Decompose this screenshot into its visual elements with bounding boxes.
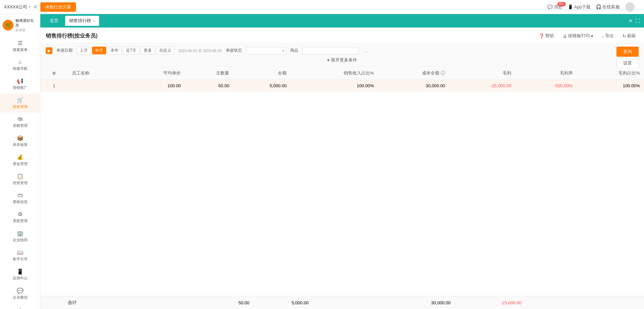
sidebar-item-search-order[interactable]: ☰ 搜索菜单: [0, 37, 40, 56]
date-filter-group: 上月 本月 本年 近7天 更多 自定义: [77, 47, 174, 54]
sidebar-item-inventory[interactable]: 📦 库存核算: [0, 132, 40, 151]
expand-label: 展开更多条件: [331, 57, 357, 63]
sidebar-item-operations[interactable]: 📋 经营管理: [0, 170, 40, 189]
sidebar-item-label-search: 搜索菜单: [13, 47, 28, 52]
sidebar-item-member[interactable]: ◇ 畅会员: [0, 303, 40, 309]
logo-text: 畅康通好生意: [15, 18, 37, 28]
status-select[interactable]: [246, 47, 286, 54]
export-button[interactable]: ↓ 导出: [599, 32, 617, 40]
tab-close-button[interactable]: ✕: [629, 18, 633, 23]
footer-amount: 5,000.00: [253, 296, 312, 309]
col-cost: 成本全额 ⓘ: [378, 67, 449, 80]
sidebar-item-label-sales: 销售管理: [13, 104, 28, 109]
company-name: XXXXX公司: [4, 4, 27, 10]
sidebar-item-purchase[interactable]: 🛍 采购管理: [0, 113, 40, 132]
top-bar: XXXXX公司 ▾ ⚙ 体验行业方案 💬 消息 99+ 📱 App下载 🎧 在线…: [0, 0, 644, 14]
print-icon: 🖨: [563, 34, 567, 39]
app-label: App下载: [574, 4, 591, 10]
sidebar-item-sales[interactable]: 🛒 销售管理: [0, 94, 40, 113]
custom-date-button[interactable]: 自定义: [156, 47, 174, 54]
footer-cost: 30,000.00: [384, 296, 455, 309]
tab-bar: 首页 销售排行榜 × ✕ ⛶: [40, 14, 644, 28]
sidebar-item-system[interactable]: ⚙ 系统管理: [0, 208, 40, 227]
company-selector[interactable]: XXXXX公司 ▾: [4, 4, 30, 10]
service-icon: 🎧: [596, 4, 601, 9]
goods-filter-label: 商品: [290, 48, 298, 53]
col-name: 员工名称: [68, 67, 126, 80]
sidebar-item-label-appcenter: 应用中心: [13, 276, 28, 281]
goods-more-button[interactable]: ...: [363, 48, 370, 53]
settings-icon[interactable]: ⚙: [34, 4, 38, 9]
date-filter-label: 单据日期: [56, 48, 73, 53]
message-button[interactable]: 💬 消息 99+: [547, 4, 562, 10]
table-body: 1 100.00 50.00 5,000.00 100.00% 30,000.0…: [40, 80, 644, 92]
tab-restore-button[interactable]: ⛶: [635, 18, 640, 23]
footer-table: 合计 50.00 5,000.00 30,000.00 -25,000.00: [40, 296, 644, 309]
date-range-display: 2023-06-01 至 2023-06-30: [178, 48, 222, 53]
cell-gross-rate: -500.00%: [515, 80, 576, 92]
col-avg-price: 平均单价: [126, 67, 185, 80]
sidebar-item-marketing[interactable]: 📢 营销推广: [0, 74, 40, 94]
sidebar-item-wechat[interactable]: 💬 企业微信: [0, 284, 40, 303]
last7days-button[interactable]: 近7天: [123, 47, 139, 54]
query-button[interactable]: 查询: [616, 47, 639, 57]
last-month-button[interactable]: 上月: [77, 47, 91, 54]
current-year-button[interactable]: 本年: [108, 47, 122, 54]
finance-icon: 💰: [17, 154, 24, 160]
expand-conditions-button[interactable]: ▾ 展开更多条件: [327, 57, 357, 63]
cell-name: [68, 80, 126, 92]
col-settings[interactable]: ⚙: [40, 67, 68, 80]
tab-close-icon[interactable]: ×: [93, 19, 95, 23]
filter-section: ▶ 单据日期 上月 本月 本年 近7天 更多 自定义 2023-06-01 至 …: [40, 43, 644, 67]
filter-row-1: ▶ 单据日期 上月 本月 本年 近7天 更多 自定义 2023-06-01 至 …: [46, 47, 639, 54]
current-month-button[interactable]: 本月: [92, 47, 106, 54]
help-button[interactable]: ❓ 帮助: [536, 32, 557, 40]
sidebar-item-finance[interactable]: 💰 资金管理: [0, 151, 40, 170]
avatar[interactable]: [625, 2, 635, 12]
sidebar-item-label-system: 系统管理: [13, 218, 28, 223]
page-title: 销售排行榜(按业务员): [46, 33, 98, 40]
sidebar-item-label-ops: 经营管理: [13, 181, 28, 186]
footer-total-label: 合计: [64, 296, 135, 309]
sidebar-item-label-basic: 基础信息: [13, 199, 28, 204]
sidebar-item-basic-info[interactable]: 🗃 基础信息: [0, 189, 40, 208]
sidebar-item-enterprise[interactable]: 🏢 企业协同: [0, 227, 40, 246]
sidebar-logo: 🌿 畅康通好生意 标准版: [0, 14, 40, 37]
print-label: 按模板打印: [568, 33, 590, 39]
table-header-row: ⚙ 员工名称 平均单价 主数量 全额: [40, 67, 644, 80]
top-bar-right: 💬 消息 99+ 📱 App下载 🎧 在线客服: [547, 2, 640, 12]
search-order-icon: ☰: [18, 40, 23, 46]
content-area: 首页 销售排行榜 × ✕ ⛶ 销售排行榜(按业务员) ❓ 帮助: [40, 14, 644, 309]
footer-gross: -25,000.00: [455, 296, 525, 309]
goods-input[interactable]: [302, 47, 359, 54]
more-date-button[interactable]: 更多: [141, 47, 155, 54]
tab-home[interactable]: 首页: [44, 16, 64, 26]
trial-button[interactable]: 体验行业方案: [40, 2, 76, 12]
status-filter-label: 单据状态: [226, 48, 242, 53]
footer-avg-price: [135, 296, 194, 309]
status-select-wrapper: [246, 47, 286, 54]
sidebar-item-quick-nav[interactable]: ⌂ 快捷导航: [0, 56, 40, 74]
sidebar-item-label-marketing: 营销推广: [13, 85, 28, 90]
sidebar-item-label-inventory: 库存核算: [13, 142, 28, 147]
online-service-button[interactable]: 🎧 在线客服: [596, 4, 620, 10]
col-amount: 全额: [233, 67, 291, 80]
sidebar-item-guide[interactable]: 📖 新手引导: [0, 246, 40, 265]
col-gross: 毛利: [449, 67, 515, 80]
refresh-button[interactable]: ↻ 刷新: [620, 32, 639, 40]
tab-label: 销售排行榜: [69, 18, 91, 24]
print-button[interactable]: 🖨 按模板打印 ▾: [560, 32, 596, 40]
footer-gross-rate: [526, 296, 585, 309]
filter-toggle-button[interactable]: ▶: [46, 47, 52, 54]
export-label: 导出: [605, 33, 614, 39]
table-area: ⚙ 员工名称 平均单价 主数量 全额: [40, 67, 644, 296]
sidebar-item-label-quicknav: 快捷导航: [13, 66, 28, 71]
cell-revenue-pct: 100.00%: [291, 80, 378, 92]
sidebar-item-app-center[interactable]: 📱 应用中心: [0, 265, 40, 284]
cell-quantity: 50.00: [185, 80, 233, 92]
tab-sales-ranking[interactable]: 销售排行榜 ×: [65, 16, 99, 26]
table-row: 1 100.00 50.00 5,000.00 100.00% 30,000.0…: [40, 80, 644, 92]
expand-row: ▾ 展开更多条件: [46, 57, 639, 63]
app-download-button[interactable]: 📱 App下载: [568, 4, 591, 10]
message-badge: 99+: [557, 2, 566, 6]
